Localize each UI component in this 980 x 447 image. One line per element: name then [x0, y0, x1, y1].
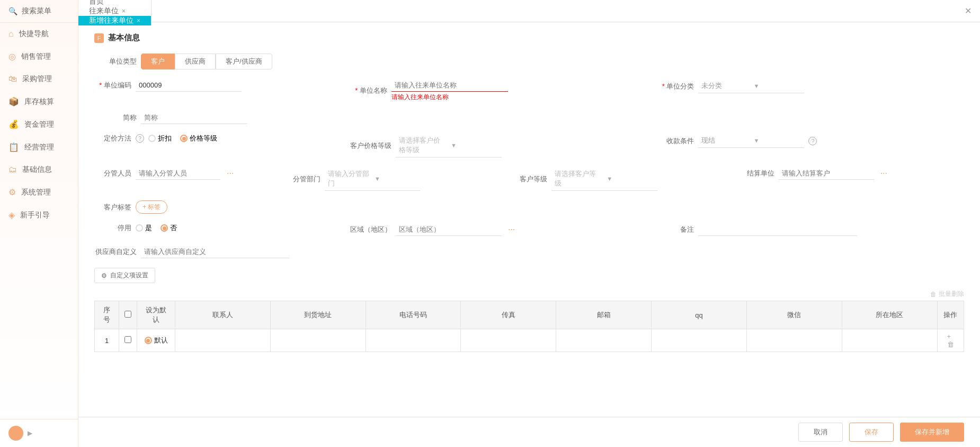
- region-more-icon[interactable]: ···: [506, 225, 517, 234]
- chevron-down-icon5: ▼: [607, 176, 654, 182]
- unit-name-wrap: 请输入往来单位名称: [391, 79, 508, 102]
- unit-name-error: 请输入往来单位名称: [391, 93, 508, 102]
- payment-terms-select[interactable]: 现结 ▼: [698, 134, 804, 148]
- region-cell[interactable]: [842, 329, 937, 352]
- pricing-help-icon[interactable]: ?: [136, 134, 144, 143]
- sidebar-item-label: 经营管理: [24, 143, 54, 152]
- sidebar-item-label: 采购管理: [22, 74, 52, 84]
- unit-btn-both[interactable]: 客户/供应商: [216, 54, 272, 69]
- global-close-icon[interactable]: ✕: [965, 6, 972, 16]
- settlement-unit-input[interactable]: [779, 167, 874, 180]
- fax-cell[interactable]: [461, 329, 556, 352]
- unit-name-input[interactable]: [391, 79, 508, 92]
- manager-input[interactable]: [136, 167, 220, 180]
- unit-btn-customer[interactable]: 客户: [141, 54, 175, 69]
- sidebar-item-purchase[interactable]: 🛍采购管理: [0, 68, 78, 90]
- supplier-custom-input[interactable]: [141, 246, 289, 258]
- tab-contacts[interactable]: 往来单位×: [78, 6, 152, 16]
- th-10: 所在地区: [842, 301, 937, 329]
- qq-input[interactable]: [657, 337, 741, 345]
- unit-type-buttons: 客户 供应商 客户/供应商: [141, 54, 272, 69]
- pricing-radio-level[interactable]: 价格等级: [180, 134, 217, 143]
- default-radio[interactable]: 默认: [142, 336, 170, 345]
- sidebar-search[interactable]: 🔍 搜索菜单: [0, 0, 78, 23]
- operation-icon: 📋: [8, 142, 19, 152]
- tab-close-icon[interactable]: ×: [137, 17, 140, 24]
- save-new-button[interactable]: 保存并新增: [900, 423, 964, 442]
- phone-input[interactable]: [371, 337, 456, 345]
- settlement-unit-more-icon[interactable]: ···: [878, 169, 889, 178]
- tab-new-contact[interactable]: 新增往来单位×: [78, 16, 152, 25]
- sidebar-item-label: 资金管理: [24, 120, 54, 129]
- row-checkbox[interactable]: [124, 336, 131, 343]
- unit-category-select[interactable]: 未分类 ▼: [698, 79, 804, 93]
- unit-btn-supplier[interactable]: 供应商: [175, 54, 216, 69]
- payment-terms-help-icon[interactable]: ?: [808, 137, 817, 145]
- unit-code-input[interactable]: [136, 79, 242, 92]
- settlement-unit-label: 结算单位: [737, 169, 774, 178]
- sidebar-item-label: 新手引导: [20, 211, 50, 220]
- region-input[interactable]: [396, 223, 502, 236]
- phone-cell[interactable]: [366, 329, 461, 352]
- th-11: 操作: [937, 301, 964, 329]
- address-cell[interactable]: [270, 329, 366, 352]
- table-body: 1 默认: [95, 329, 964, 352]
- system-icon: ⚙: [8, 187, 16, 197]
- address-input[interactable]: [276, 337, 360, 345]
- qq-cell[interactable]: [652, 329, 747, 352]
- add-row-icon[interactable]: +: [947, 332, 951, 340]
- sidebar-item-sales[interactable]: ◎销售管理: [0, 45, 78, 68]
- customer-level-placeholder: 请选择客户等级: [555, 169, 602, 188]
- sidebar-item-basic[interactable]: 🗂基础信息: [0, 159, 78, 181]
- fax-input[interactable]: [466, 337, 550, 345]
- remark-input[interactable]: [698, 223, 857, 236]
- contact-input[interactable]: [181, 337, 265, 345]
- contacts-table: 序号设为默认联系人到货地址电话号码传真邮箱qq微信所在地区操作 1 默认: [94, 301, 964, 352]
- wechat-input[interactable]: [752, 337, 836, 345]
- sidebar-item-inventory[interactable]: 📦库存核算: [0, 90, 78, 113]
- customer-level-select[interactable]: 请选择客户等级 ▼: [551, 167, 657, 191]
- short-name-input[interactable]: [141, 111, 247, 124]
- payment-terms-group: 收款条件 现结 ▼ ?: [657, 134, 964, 148]
- disabled-no-label: 否: [170, 223, 177, 233]
- checkbox-cell[interactable]: [119, 329, 137, 352]
- email-cell[interactable]: [556, 329, 652, 352]
- region-input2[interactable]: [848, 337, 932, 345]
- sidebar-item-quick-nav[interactable]: ⌂快捷导航: [0, 23, 78, 45]
- custom-settings-button[interactable]: ⚙ 自定义项设置: [94, 268, 155, 283]
- save-button[interactable]: 保存: [849, 423, 894, 442]
- contact-cell[interactable]: [175, 329, 270, 352]
- pricing-radio-group: 折扣 价格等级: [148, 134, 217, 143]
- guide-icon: ◈: [8, 210, 15, 220]
- supplier-custom-row: 供应商自定义: [94, 246, 964, 258]
- email-input[interactable]: [562, 337, 646, 345]
- department-select[interactable]: 请输入分管部门 ▼: [325, 167, 420, 191]
- inventory-icon: 📦: [8, 97, 19, 107]
- manager-more-icon[interactable]: ···: [225, 169, 236, 178]
- sidebar-item-system[interactable]: ⚙系统管理: [0, 181, 78, 204]
- tab-close-icon[interactable]: ×: [122, 7, 126, 15]
- disabled-group: 停用 是 否: [94, 223, 350, 233]
- payment-terms-label: 收款条件: [657, 136, 694, 146]
- cancel-button[interactable]: 取消: [798, 423, 843, 442]
- section-title: 基本信息: [108, 33, 140, 43]
- pricing-radio-discount[interactable]: 折扣: [148, 134, 172, 143]
- select-all-checkbox[interactable]: [124, 311, 131, 318]
- add-tag-button[interactable]: + 标签: [136, 200, 167, 214]
- department-placeholder: 请输入分管部门: [328, 169, 370, 188]
- batch-delete-label[interactable]: 批量删除: [939, 290, 964, 299]
- disabled-radio-yes[interactable]: 是: [136, 223, 152, 233]
- unit-name-label: 单位名称: [350, 86, 387, 95]
- sidebar-item-guide[interactable]: ◈新手引导: [0, 204, 78, 226]
- manager-label: 分管人员: [94, 169, 131, 178]
- customer-price-level-select[interactable]: 请选择客户价格等级 ▼: [396, 134, 502, 157]
- finance-icon: 💰: [8, 119, 19, 129]
- customer-level-group: 客户等级 请选择客户等级 ▼: [510, 167, 737, 191]
- wechat-cell[interactable]: [747, 329, 842, 352]
- sidebar-item-finance[interactable]: 💰资金管理: [0, 113, 78, 136]
- delete-row-icon[interactable]: 🗑: [947, 340, 954, 348]
- disabled-radio-no[interactable]: 否: [161, 223, 177, 233]
- sidebar-item-operation[interactable]: 📋经营管理: [0, 136, 78, 159]
- tab-home[interactable]: 首页: [78, 0, 152, 6]
- footer-actions: 取消 保存 保存并新增: [78, 417, 980, 447]
